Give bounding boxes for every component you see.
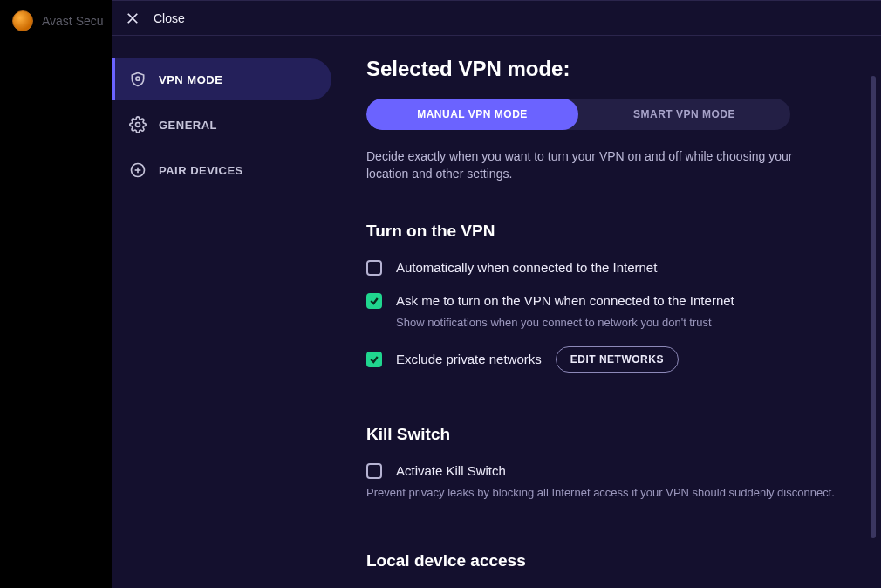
sidebar-item-general[interactable]: GENERAL [112, 104, 331, 146]
mode-description: Decide exactly when you want to turn you… [366, 147, 837, 183]
kill-switch-sublabel: Prevent privacy leaks by blocking all In… [366, 486, 858, 499]
kill-switch-checkbox[interactable] [366, 463, 382, 479]
bg-titlebar: Avast Secu [12, 10, 103, 31]
sidebar-item-pair-devices[interactable]: PAIR DEVICES [112, 149, 331, 191]
page-title: Selected VPN mode: [366, 57, 858, 81]
ask-connect-sublabel: Show notifications when you connect to n… [396, 316, 858, 329]
local-access-heading: Local device access [366, 551, 858, 571]
shield-icon [129, 71, 147, 88]
overlay-header: Close [112, 1, 881, 36]
close-icon[interactable] [126, 11, 140, 25]
svg-point-3 [136, 123, 140, 127]
edit-networks-button[interactable]: EDIT NETWORKS [556, 346, 679, 373]
plus-circle-icon [129, 161, 147, 179]
close-button[interactable]: Close [154, 11, 185, 25]
exclude-private-checkbox[interactable] [366, 352, 382, 367]
exclude-private-label: Exclude private networks [396, 352, 542, 366]
scrollbar[interactable] [871, 76, 876, 538]
sidebar: VPN MODE GENERAL [112, 36, 331, 588]
ask-connect-label: Ask me to turn on the VPN when connected… [396, 293, 734, 308]
vpn-mode-toggle: MANUAL VPN MODE SMART VPN MODE [366, 99, 790, 130]
kill-switch-label: Activate Kill Switch [396, 463, 506, 478]
kill-switch-heading: Kill Switch [366, 425, 858, 444]
sidebar-item-label: PAIR DEVICES [159, 164, 243, 177]
sidebar-item-label: GENERAL [159, 119, 217, 132]
manual-vpn-mode-button[interactable]: MANUAL VPN MODE [366, 99, 578, 130]
avatar [12, 10, 33, 31]
content-area: Selected VPN mode: MANUAL VPN MODE SMART… [331, 36, 881, 588]
sidebar-item-vpn-mode[interactable]: VPN MODE [112, 58, 331, 100]
settings-overlay: Close VPN MODE GE [112, 0, 881, 588]
sidebar-item-label: VPN MODE [159, 73, 222, 86]
app-name: Avast Secu [42, 14, 103, 28]
ask-connect-checkbox[interactable] [366, 293, 382, 309]
gear-icon [129, 116, 147, 133]
auto-connect-checkbox[interactable] [366, 260, 382, 276]
turn-on-heading: Turn on the VPN [366, 222, 858, 241]
auto-connect-label: Automatically when connected to the Inte… [396, 260, 657, 275]
smart-vpn-mode-button[interactable]: SMART VPN MODE [578, 99, 790, 130]
svg-point-2 [136, 77, 140, 80]
